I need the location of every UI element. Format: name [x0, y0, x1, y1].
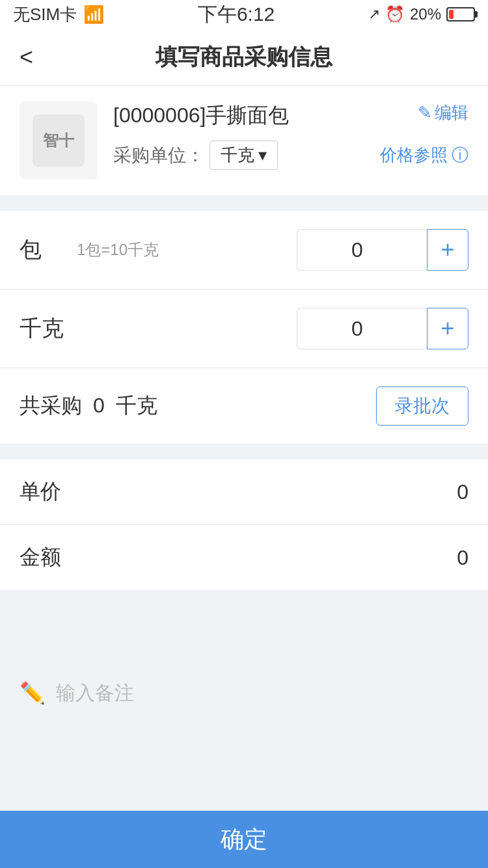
quantity-input-1[interactable] [297, 308, 427, 349]
quantity-input-area-1: + [297, 308, 468, 349]
unit-value: 千克 [221, 144, 254, 167]
confirm-label: 确定 [221, 824, 267, 856]
wifi-icon: 📶 [83, 5, 104, 25]
quantity-input-area-0: + [297, 229, 468, 271]
unit-label: 采购单位： 千克 ▾ [113, 141, 278, 170]
carrier-label: 无SIM卡 [13, 3, 77, 26]
amount-value: 0 [457, 546, 468, 570]
alarm-icon: ⏰ [385, 5, 405, 23]
quantity-label-0: 包 [20, 235, 72, 265]
quantity-sublabel-0: 1包=10千克 [77, 239, 297, 260]
quantity-row-1: 千克 + [0, 290, 488, 368]
quantity-row-0: 包 1包=10千克 + [0, 211, 488, 290]
status-right: ↗ ⏰ 20% [368, 5, 475, 23]
batch-button[interactable]: 录批次 [376, 387, 468, 426]
pencil-icon: ✏️ [20, 681, 46, 705]
product-info: [0000006]手撕面包 ✎ 编辑 采购单位： 千克 ▾ 价格参照 ⓘ [113, 102, 468, 170]
edit-icon: ✎ [418, 103, 432, 123]
page-title: 填写商品采购信息 [156, 42, 332, 72]
status-bar: 无SIM卡 📶 下午6:12 ↗ ⏰ 20% [0, 0, 488, 29]
edit-label: 编辑 [435, 102, 468, 124]
product-logo: 智十 [33, 115, 85, 167]
plus-button-0[interactable]: + [427, 229, 468, 271]
price-row-0: 单价 0 [0, 459, 488, 525]
price-row-1: 金额 0 [0, 525, 488, 590]
status-time: 下午6:12 [198, 1, 275, 28]
quantity-section: 包 1包=10千克 + 千克 + [0, 211, 488, 368]
price-ref-button[interactable]: 价格参照 ⓘ [380, 144, 468, 167]
battery-percent: 20% [410, 5, 441, 23]
battery-icon [446, 7, 475, 21]
edit-button[interactable]: ✎ 编辑 [418, 102, 468, 124]
product-unit-row: 采购单位： 千克 ▾ 价格参照 ⓘ [113, 141, 468, 170]
unit-select[interactable]: 千克 ▾ [210, 141, 278, 170]
separator-1 [0, 200, 488, 211]
chevron-down-icon: ▾ [258, 145, 267, 165]
product-image: 智十 [20, 102, 98, 180]
location-icon: ↗ [368, 6, 380, 23]
summary-text: 共采购 0 千克 [20, 392, 157, 420]
plus-button-1[interactable]: + [427, 308, 468, 349]
confirm-bar[interactable]: 确定 [0, 811, 488, 868]
quantity-input-0[interactable] [297, 229, 427, 271]
product-name: [0000006]手撕面包 [113, 102, 289, 130]
separator-2 [0, 449, 488, 459]
product-header: [0000006]手撕面包 ✎ 编辑 [113, 102, 468, 130]
summary-row: 共采购 0 千克 录批次 [0, 368, 488, 449]
summary-amount: 0 [93, 394, 105, 417]
back-button[interactable]: < [13, 37, 40, 77]
unit-price-label: 单价 [20, 478, 61, 506]
notes-placeholder: 输入备注 [56, 680, 134, 707]
price-ref-label: 价格参照 [380, 144, 448, 167]
price-section: 单价 0 金额 0 [0, 459, 488, 595]
nav-bar: < 填写商品采购信息 [0, 29, 488, 86]
amount-label: 金额 [20, 543, 61, 572]
notes-section[interactable]: ✏️ 输入备注 [0, 595, 488, 791]
help-icon: ⓘ [452, 144, 468, 167]
status-left: 无SIM卡 📶 [13, 3, 104, 26]
quantity-label-1: 千克 [20, 314, 72, 344]
unit-price-value: 0 [457, 480, 468, 504]
product-card: 智十 [0000006]手撕面包 ✎ 编辑 采购单位： 千克 ▾ 价格参照 ⓘ [0, 86, 488, 200]
